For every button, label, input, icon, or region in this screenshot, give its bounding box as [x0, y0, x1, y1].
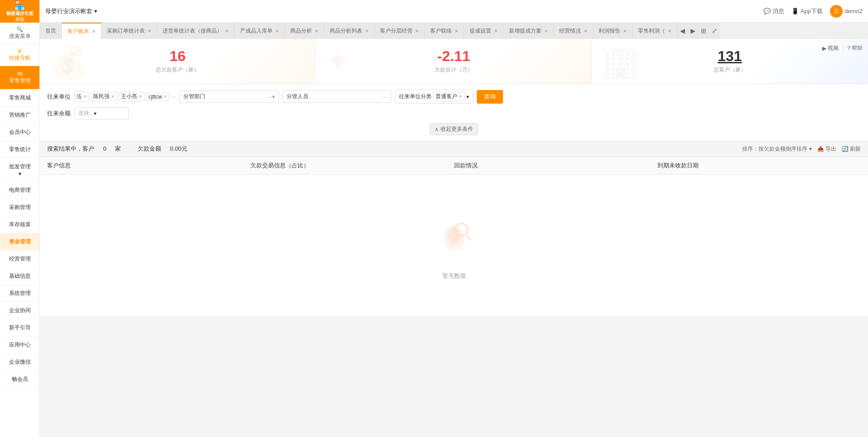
sidebar-item-ecommerce[interactable]: 电商管理 [0, 182, 39, 199]
sidebar-item-operation[interactable]: 经营管理 [0, 251, 39, 268]
tab-product-analysis[interactable]: 商品分析 ✕ [285, 23, 324, 39]
tab-home[interactable]: 首页 [40, 23, 62, 39]
sidebar-item-retail[interactable]: 🛍 零售管理 [0, 66, 39, 90]
tab-product-instock-close[interactable]: ✕ [275, 28, 279, 33]
tab-purchase-stat-close[interactable]: ✕ [225, 28, 229, 33]
person-filter-select[interactable]: 分管人员 ··· [283, 90, 391, 103]
sidebar-item-marketing[interactable]: 营销推广 [0, 107, 39, 124]
user-profile[interactable]: D demo2 [830, 5, 863, 18]
tab-operation-close[interactable]: ✕ [584, 28, 587, 33]
query-button[interactable]: 查询 [477, 90, 503, 104]
tab-retail-profit-close[interactable]: ✕ [668, 28, 671, 33]
refresh-button[interactable]: 🔄 刷新 [842, 145, 861, 153]
classify-tag-label: 普通客户 [436, 93, 457, 100]
tab-purchase-order-close[interactable]: ✕ [148, 28, 151, 33]
filter-tag-wang[interactable]: 王小亮 ✕ [119, 92, 144, 101]
collapse-button[interactable]: ∧ 收起更多条件 [430, 123, 478, 135]
filter-tag-wang-label: 王小亮 [121, 93, 137, 100]
filter-tag-wu[interactable]: 伍 ✕ [74, 92, 89, 101]
sidebar-item-purchase[interactable]: 采购管理 [0, 199, 39, 216]
app-download-label: App下载 [801, 7, 823, 15]
sidebar-item-capital[interactable]: 资金管理 [0, 233, 39, 251]
sidebar-item-new-guide[interactable]: 新手引导 [0, 319, 39, 337]
message-button[interactable]: 💬 消息 [763, 7, 784, 15]
tab-customer-book[interactable]: 客户账本 ✕ [62, 23, 101, 39]
empty-svg [432, 211, 477, 256]
sidebar-item-basic-info[interactable]: 基础信息 [0, 268, 39, 285]
balance-filter-select[interactable]: 选择... ▾ [74, 107, 129, 119]
balance-dropdown-icon: ▾ [94, 110, 96, 117]
sidebar-item-vip-member[interactable]: 畅会员 [0, 371, 39, 388]
sidebar-logo[interactable]: 🏪 畅捷通好生意 标版 [0, 0, 39, 23]
tab-profit-report[interactable]: 利润报告 ✕ [593, 23, 633, 39]
sidebar-item-corp-wechat[interactable]: 企业微信 [0, 354, 39, 371]
tab-customer-contact[interactable]: 客户联络 ✕ [425, 23, 464, 39]
filter-tag-wang-close[interactable]: ✕ [139, 95, 142, 99]
tabs-prev-btn[interactable]: ◀ [677, 23, 688, 39]
sidebar-item-corp-collab[interactable]: 企业协同 [0, 302, 39, 319]
sidebar-item-member[interactable]: 会员中心 [0, 124, 39, 141]
stat-customers-content: 131 总客户（家） [714, 49, 746, 74]
sidebar-item-app-center[interactable]: 应用中心 [0, 337, 39, 354]
tab-raise-settings-close[interactable]: ✕ [494, 28, 498, 33]
classify-tag-close[interactable]: ✕ [459, 95, 462, 99]
filter-tag-cjttcw[interactable]: cjttcw ✕ [146, 93, 169, 101]
tab-product-analysis-close[interactable]: ✕ [315, 28, 318, 33]
sidebar-item-inventory[interactable]: 库存核算 [0, 216, 39, 233]
tab-product-instock[interactable]: 产成品入库单 ✕ [235, 23, 285, 39]
tab-new-raise-plan-close[interactable]: ✕ [544, 28, 548, 33]
sort-chevron-icon: ▾ [809, 146, 812, 152]
tab-purchase-order[interactable]: 采购订单统计表 ✕ [101, 23, 157, 39]
filter-tags-more[interactable]: ··· [171, 94, 176, 100]
classify-tag[interactable]: 普通客户 ✕ [433, 92, 465, 101]
sidebar-item-retail-stat[interactable]: 零售统计 [0, 141, 39, 158]
classify-filter: 往来单位分类 普通客户 ✕ ▾ [395, 90, 473, 104]
classify-select-area[interactable]: 普通客户 ✕ [433, 92, 465, 101]
tab-retail-profit[interactable]: 零售利润（ ✕ [633, 23, 677, 39]
tab-raise-settings[interactable]: 提成设置 ✕ [464, 23, 504, 39]
filter-tag-cjttcw-close[interactable]: ✕ [163, 95, 167, 99]
tab-customer-tier[interactable]: 客户分层经营 ✕ [374, 23, 425, 39]
sidebar-item-corp-wechat-label: 企业微信 [2, 358, 38, 366]
tabs-next-btn[interactable]: ▶ [688, 23, 698, 39]
sidebar-quick-nav[interactable]: ⚡ 快捷导航 [0, 44, 39, 66]
tabs-expand-btn[interactable]: ⊞ [698, 23, 709, 39]
tab-customer-book-label: 客户账本 [67, 28, 89, 35]
tab-product-analysis-list-close[interactable]: ✕ [365, 28, 369, 33]
topbar-left: 母婴行业演示帐套 ▾ [45, 7, 97, 15]
sidebar-item-retail-store[interactable]: 零售商城 [0, 90, 39, 107]
user-avatar: D [830, 5, 843, 18]
sidebar-search[interactable]: 🔍 搜索菜单 [0, 23, 39, 44]
tab-operation[interactable]: 经营情况 ✕ [554, 23, 593, 39]
tab-purchase-stat[interactable]: 进货单统计表（按商品） ✕ [157, 23, 235, 39]
tab-profit-report-close[interactable]: ✕ [623, 28, 627, 33]
export-label: 导出 [825, 145, 836, 153]
filter-tag-chen[interactable]: 陈民强 ✕ [91, 92, 117, 101]
tab-purchase-order-label: 采购订单统计表 [107, 27, 145, 35]
wholesale-chevron-icon: ▾ [19, 171, 21, 177]
sidebar-item-system[interactable]: 系统管理 [0, 285, 39, 302]
search-icon: 🔍 [16, 26, 23, 33]
tab-customer-tier-close[interactable]: ✕ [415, 28, 419, 33]
filter-row-1: 往来单位 伍 ✕ 陈民强 ✕ 王小亮 ✕ cjttcw [47, 90, 861, 104]
sidebar-item-wholesale[interactable]: 批发管理 ▾ [0, 158, 39, 182]
tab-product-analysis-list[interactable]: 商品分析列表 ✕ [324, 23, 374, 39]
filter-tag-wu-close[interactable]: ✕ [83, 95, 87, 99]
balance-placeholder: 选择... [78, 109, 94, 117]
tabs-fullscreen-btn[interactable]: ⤢ [709, 23, 720, 39]
help-btn[interactable]: ? 帮助 [847, 44, 863, 52]
tab-new-raise-plan[interactable]: 新增提成方案 ✕ [504, 23, 554, 39]
tab-customer-book-close[interactable]: ✕ [92, 29, 96, 34]
app-download-button[interactable]: 📱 App下载 [791, 7, 823, 15]
tab-customer-contact-close[interactable]: ✕ [455, 28, 458, 33]
stat-debt-label: 欠款合计（万） [435, 66, 473, 74]
filter-tag-chen-close[interactable]: ✕ [111, 95, 115, 99]
dept-filter-select[interactable]: 分管部门 ··· ▾ [179, 90, 279, 103]
export-button[interactable]: 📤 导出 [817, 145, 836, 153]
tab-purchase-stat-label: 进货单统计表（按商品） [163, 27, 222, 35]
account-selector[interactable]: 母婴行业演示帐套 ▾ [45, 7, 97, 15]
sidebar-item-capital-label: 资金管理 [2, 238, 38, 246]
video-help-btn[interactable]: ▶ 视频 [822, 44, 839, 52]
export-icon: 📤 [817, 146, 824, 152]
sort-select[interactable]: 排序：按欠款金额倒序排序 ▾ [742, 145, 812, 153]
